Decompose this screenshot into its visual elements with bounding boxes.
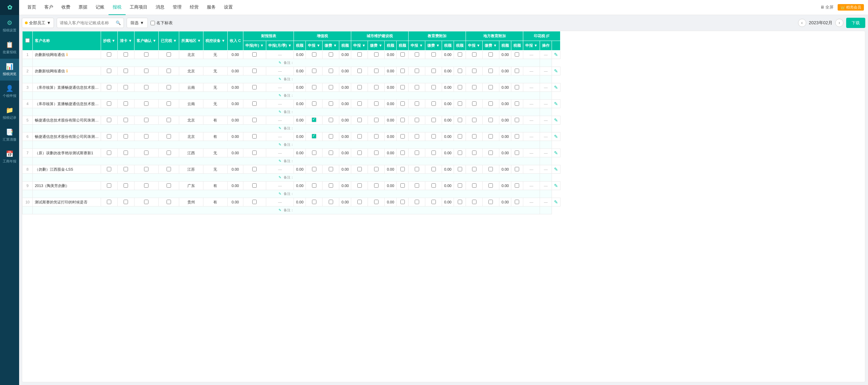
row-edu-report[interactable] <box>409 149 425 157</box>
finance-year-cb[interactable] <box>252 134 257 139</box>
finance-year-cb[interactable] <box>252 167 257 171</box>
row-vat-report[interactable] <box>306 149 323 157</box>
row-clear-card[interactable] <box>117 198 134 206</box>
row-local-pay[interactable] <box>483 149 499 157</box>
edu-report-cb[interactable] <box>415 69 419 73</box>
urban-pay-cb[interactable] <box>374 85 379 89</box>
row-local-report[interactable] <box>466 100 483 108</box>
row-urban-pay[interactable] <box>368 67 385 75</box>
vat-report-cb[interactable] <box>312 151 316 155</box>
row-confirm[interactable] <box>134 67 158 75</box>
checkbox-label[interactable]: 名下标表 <box>151 20 173 26</box>
row-local-report[interactable] <box>466 132 483 141</box>
nav-industry[interactable]: 工商项目 <box>126 0 152 15</box>
row-finance-year[interactable] <box>243 132 266 141</box>
row-filed[interactable] <box>158 165 179 174</box>
row-local-pay[interactable] <box>483 132 499 141</box>
sidebar-item-personal-report[interactable]: 👤 个税申报 <box>0 81 19 102</box>
urban-amount2-cb[interactable] <box>400 118 405 122</box>
local-report-cb[interactable] <box>472 85 476 89</box>
urban-report-cb[interactable] <box>357 101 362 106</box>
row-edit[interactable]: ✎ <box>552 67 560 75</box>
row-local-report[interactable] <box>466 149 483 157</box>
local-amount2-cb[interactable] <box>515 151 519 155</box>
filed-cb[interactable] <box>167 85 171 89</box>
filed-cb[interactable] <box>167 167 171 171</box>
edu-amount2-cb[interactable] <box>458 183 462 188</box>
row-filed[interactable] <box>158 149 179 157</box>
row-tax-copy[interactable] <box>101 100 118 108</box>
col-taxpayer-confirm[interactable]: 客户确认 ▼ <box>134 31 158 51</box>
row-local-amount2[interactable] <box>511 100 523 108</box>
row-urban-report[interactable] <box>351 182 368 190</box>
vat-report-cb[interactable] <box>312 52 316 57</box>
prev-month-button[interactable]: ‹ <box>798 19 806 27</box>
urban-amount2-cb[interactable] <box>400 101 405 106</box>
local-pay-cb[interactable] <box>488 118 493 122</box>
row-urban-pay[interactable] <box>368 198 385 206</box>
clear-card-cb[interactable] <box>124 167 128 171</box>
urban-report-cb[interactable] <box>357 85 362 89</box>
urban-amount2-cb[interactable] <box>400 69 405 73</box>
filed-cb[interactable] <box>167 183 171 188</box>
urban-pay-cb[interactable] <box>374 200 379 204</box>
urban-report-cb[interactable] <box>357 52 362 57</box>
row-edu-report[interactable] <box>409 198 425 206</box>
filed-cb[interactable] <box>167 69 171 73</box>
local-amount2-cb[interactable] <box>515 200 519 204</box>
row-urban-report[interactable] <box>351 83 368 92</box>
confirm-cb[interactable] <box>144 118 148 122</box>
row-urban-pay[interactable] <box>368 182 385 190</box>
urban-pay-cb[interactable] <box>374 69 379 73</box>
row-finance-year[interactable] <box>243 182 266 190</box>
local-report-cb[interactable] <box>472 52 476 57</box>
sub-stamp-report[interactable]: 申报 ▼ <box>523 41 540 51</box>
row-filed[interactable] <box>158 83 179 92</box>
row-local-amount2[interactable] <box>511 182 523 190</box>
row-edu-report[interactable] <box>409 116 425 125</box>
local-amount2-cb[interactable] <box>515 167 519 171</box>
row-local-report[interactable] <box>466 116 483 125</box>
tax-copy-cb[interactable] <box>107 101 111 106</box>
edu-amount2-cb[interactable] <box>458 167 462 171</box>
fullscreen-btn[interactable]: 🖥 全屏 <box>820 4 834 10</box>
row-edu-amount2[interactable] <box>454 198 466 206</box>
urban-report-cb[interactable] <box>357 167 362 171</box>
row-local-amount2[interactable] <box>511 83 523 92</box>
edit-icon[interactable]: ✎ <box>554 52 558 57</box>
row-edu-amount2[interactable] <box>454 67 466 75</box>
row-vat-report[interactable] <box>306 116 323 125</box>
search-input[interactable] <box>60 20 114 25</box>
row-urban-report[interactable] <box>351 165 368 174</box>
row-edu-report[interactable] <box>409 132 425 141</box>
urban-pay-cb[interactable] <box>374 134 379 139</box>
urban-amount2-cb[interactable] <box>400 134 405 139</box>
row-clear-card[interactable] <box>117 51 134 59</box>
edu-pay-cb[interactable] <box>431 69 436 73</box>
local-amount2-cb[interactable] <box>515 52 519 57</box>
nav-invoice[interactable]: 票据 <box>74 0 91 15</box>
edu-report-cb[interactable] <box>415 183 419 188</box>
row-filed[interactable] <box>158 132 179 141</box>
vat-report-cb[interactable] <box>312 134 316 139</box>
row-vat-report[interactable] <box>306 132 323 141</box>
row-finance-year[interactable] <box>243 51 266 59</box>
row-edu-amount2[interactable] <box>454 83 466 92</box>
vat-pay-cb[interactable] <box>329 167 333 171</box>
confirm-cb[interactable] <box>144 52 148 57</box>
row-urban-pay[interactable] <box>368 165 385 174</box>
edit-icon[interactable]: ✎ <box>554 101 558 106</box>
confirm-cb[interactable] <box>144 200 148 204</box>
row-urban-report[interactable] <box>351 67 368 75</box>
sidebar-item-tax-setup[interactable]: ⚙ 报税设置 <box>0 15 19 37</box>
edu-report-cb[interactable] <box>415 101 419 106</box>
row-tax-copy[interactable] <box>101 83 118 92</box>
finance-year-cb[interactable] <box>252 118 257 122</box>
sub-vat-pay[interactable]: 缴费 ▼ <box>323 41 339 51</box>
nav-tax[interactable]: 报税 <box>109 0 126 15</box>
vat-report-cb[interactable] <box>312 101 316 106</box>
filed-cb[interactable] <box>167 200 171 204</box>
edit-icon[interactable]: ✎ <box>554 199 558 205</box>
row-clear-card[interactable] <box>117 100 134 108</box>
row-urban-amount2[interactable] <box>397 100 409 108</box>
